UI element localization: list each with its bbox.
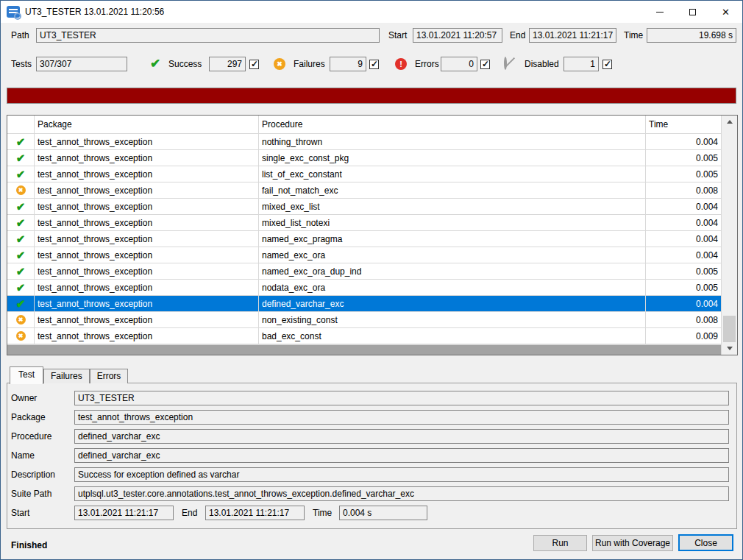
success-count-field[interactable]: 297 <box>209 57 246 71</box>
table-row[interactable]: test_annot_throws_exception list_of_exc_… <box>7 166 721 182</box>
cell-procedure: list_of_exc_constant <box>259 166 646 182</box>
table-row[interactable]: test_annot_throws_exception nothing_thro… <box>7 134 721 150</box>
cell-package: test_annot_throws_exception <box>35 134 259 149</box>
failures-filter-checkbox[interactable] <box>369 60 379 69</box>
scroll-thumb[interactable] <box>723 316 736 342</box>
row-status-icon <box>16 283 26 293</box>
cell-procedure: named_exc_ora_dup_ind <box>259 263 646 279</box>
cell-time: 0.008 <box>646 312 721 327</box>
tab-failures[interactable]: Failures <box>43 369 90 383</box>
vertical-scrollbar[interactable] <box>721 116 737 355</box>
row-status-icon <box>16 331 26 341</box>
detail-end-field[interactable]: 13.01.2021 11:21:17 <box>205 506 305 520</box>
procedure-field[interactable]: defined_varchar_exc <box>74 429 729 444</box>
run-time-field[interactable]: 19.698 s <box>647 28 736 43</box>
results-table: Package Procedure Time test_annot_throws… <box>7 115 738 355</box>
cell-package: test_annot_throws_exception <box>35 247 259 263</box>
tab-errors[interactable]: Errors <box>90 369 129 383</box>
cell-time: 0.004 <box>646 247 721 263</box>
row-status-icon <box>16 202 26 212</box>
maximize-icon <box>689 9 696 15</box>
table-row[interactable]: test_annot_throws_exception non_existing… <box>7 312 721 328</box>
status-text: Finished <box>11 540 47 550</box>
scroll-down-button[interactable] <box>722 342 737 355</box>
run-end-field[interactable]: 13.01.2021 11:21:17 <box>529 28 616 43</box>
run-time-label: Time <box>624 28 643 43</box>
path-field[interactable]: UT3_TESTER <box>36 28 380 43</box>
close-button[interactable]: ✕ <box>709 1 742 23</box>
cell-procedure: single_exc_const_pkg <box>259 150 646 166</box>
cell-time: 0.009 <box>646 328 721 344</box>
errors-filter-checkbox[interactable] <box>480 60 490 69</box>
cell-time: 0.004 <box>646 296 721 311</box>
table-row[interactable]: test_annot_throws_exception nodata_exc_o… <box>7 280 721 296</box>
name-field[interactable]: defined_varchar_exc <box>74 448 729 463</box>
owner-field[interactable]: UT3_TESTER <box>74 391 729 405</box>
cell-time: 0.004 <box>646 134 721 149</box>
cell-procedure: fail_not_match_exc <box>259 182 646 198</box>
close-icon: ✕ <box>722 7 730 17</box>
row-status-icon <box>16 299 26 309</box>
tests-field[interactable]: 307/307 <box>36 57 127 71</box>
row-status-icon <box>16 137 26 147</box>
row-status-icon <box>16 250 26 260</box>
app-window: UT3_TESTER 13.01.2021 11:20:56 ✕ Path UT… <box>0 0 743 560</box>
errors-count-field[interactable]: 0 <box>441 57 477 71</box>
cell-time: 0.005 <box>646 280 721 295</box>
table-row[interactable]: test_annot_throws_exception bad_exc_cons… <box>7 328 721 344</box>
row-status-icon <box>16 185 26 195</box>
chevron-up-icon <box>727 120 733 124</box>
procedure-label: Procedure <box>11 429 51 444</box>
cell-package: test_annot_throws_exception <box>35 150 259 166</box>
table-row[interactable]: test_annot_throws_exception named_exc_or… <box>7 263 721 280</box>
header-procedure: Procedure <box>259 116 646 133</box>
run-button[interactable]: Run <box>533 535 587 551</box>
table-row[interactable]: test_annot_throws_exception named_exc_pr… <box>7 231 721 247</box>
package-field[interactable]: test_annot_throws_exception <box>74 410 729 425</box>
table-row[interactable]: test_annot_throws_exception mixed_exc_li… <box>7 199 721 215</box>
suite-path-field[interactable]: utplsql.ut3_tester.core.annotations.test… <box>74 486 729 501</box>
cell-time: 0.004 <box>646 231 721 247</box>
table-row-selected[interactable]: test_annot_throws_exception defined_varc… <box>7 296 721 312</box>
cell-package: test_annot_throws_exception <box>35 328 259 344</box>
table-row[interactable]: test_annot_throws_exception fail_not_mat… <box>7 182 721 199</box>
maximize-button[interactable] <box>676 1 709 23</box>
success-filter-checkbox[interactable] <box>249 60 259 69</box>
row-status-icon <box>16 315 26 325</box>
scroll-up-button[interactable] <box>722 116 737 128</box>
header-status <box>7 116 35 133</box>
success-check-icon: ✔ <box>150 58 162 70</box>
failure-x-icon: ✖ <box>274 58 285 70</box>
table-row[interactable]: test_annot_throws_exception named_exc_or… <box>7 247 721 263</box>
chevron-down-icon <box>727 347 733 350</box>
table-row[interactable]: test_annot_throws_exception single_exc_c… <box>7 150 721 166</box>
suite-path-label: Suite Path <box>11 486 51 501</box>
cell-package: test_annot_throws_exception <box>35 296 259 311</box>
scroll-track[interactable] <box>722 128 737 342</box>
run-with-coverage-button[interactable]: Run with Coverage <box>592 535 673 551</box>
cell-package: test_annot_throws_exception <box>35 280 259 295</box>
detail-time-field[interactable]: 0.004 s <box>339 506 427 520</box>
cell-procedure: bad_exc_const <box>259 328 646 344</box>
disabled-filter-checkbox[interactable] <box>602 60 612 69</box>
progress-bar <box>7 88 736 104</box>
run-end-label: End <box>510 28 525 43</box>
minimize-button[interactable] <box>643 1 676 23</box>
failures-count-field[interactable]: 9 <box>330 57 366 71</box>
failures-label: Failures <box>294 57 325 71</box>
run-start-field[interactable]: 13.01.2021 11:20:57 <box>413 28 502 43</box>
title-bar: UT3_TESTER 13.01.2021 11:20:56 ✕ <box>1 1 742 23</box>
description-field[interactable]: Success for exception defined as varchar <box>74 467 729 482</box>
close-dialog-button[interactable]: Close <box>678 534 733 551</box>
cell-time: 0.004 <box>646 199 721 214</box>
tab-test[interactable]: Test <box>10 366 43 384</box>
row-status-icon <box>16 169 26 180</box>
progress-fill <box>7 88 736 103</box>
table-row[interactable]: test_annot_throws_exception mixed_list_n… <box>7 215 721 231</box>
errors-label: Errors <box>415 57 439 71</box>
header-package: Package <box>35 116 259 133</box>
disabled-count-field[interactable]: 1 <box>564 57 599 71</box>
cell-package: test_annot_throws_exception <box>35 215 259 230</box>
detail-start-field[interactable]: 13.01.2021 11:21:17 <box>74 506 174 520</box>
detail-time-label: Time <box>313 506 332 520</box>
